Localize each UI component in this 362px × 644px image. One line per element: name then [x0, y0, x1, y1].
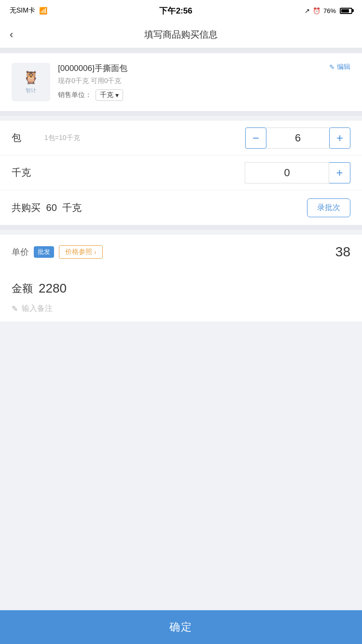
edit-icon: ✎	[329, 63, 335, 71]
total-row: 共购买 60 千克 录批次	[0, 190, 362, 225]
status-time: 下午2:56	[159, 5, 192, 16]
product-stock: 现存0千克 可用0千克	[58, 77, 350, 85]
product-unit-row: 销售单位： 千克 ▾	[58, 89, 350, 101]
price-label: 单价	[12, 246, 29, 258]
product-logo-icon: 🦉	[23, 70, 39, 85]
price-section: 单价 批发 价格参照 › 38	[0, 235, 362, 269]
batch-button[interactable]: 录批次	[307, 198, 350, 217]
unit-value: 千克	[100, 91, 113, 99]
edit-button[interactable]: ✎ 编辑	[329, 63, 350, 71]
product-info: [0000006]手撕面包 现存0千克 可用0千克 销售单位： 千克 ▾	[58, 63, 350, 101]
package-minus-button[interactable]: −	[245, 127, 266, 149]
price-badge: 批发	[34, 246, 54, 258]
total-unit: 千克	[62, 202, 82, 213]
total-prefix: 共购买	[12, 202, 41, 213]
price-ref-label: 价格参照	[65, 248, 92, 256]
status-left: 无SIM卡 📶	[10, 6, 47, 15]
confirm-button[interactable]: 确定	[0, 610, 362, 644]
amount-section: 金额 2280 ✎ 输入备注	[0, 269, 362, 322]
kg-input-right: +	[245, 162, 350, 183]
product-card: 🦉 智计 [0000006]手撕面包 现存0千克 可用0千克 销售单位： 千克 …	[0, 53, 362, 111]
package-sublabel: 1包=10千克	[44, 134, 245, 142]
unit-select[interactable]: 千克 ▾	[96, 89, 123, 101]
kg-input-row: 千克 +	[0, 155, 362, 190]
battery-percent: 76%	[323, 7, 336, 14]
kg-label: 千克	[12, 166, 41, 179]
battery-icon	[340, 8, 352, 14]
product-name: [0000006]手撕面包	[58, 63, 350, 74]
amount-row: 金额 2280	[12, 281, 350, 296]
brand-label: 智计	[26, 87, 36, 94]
package-label: 包	[12, 131, 41, 144]
package-plus-button[interactable]: +	[329, 127, 350, 149]
separator-1	[0, 48, 362, 53]
price-value: 38	[335, 244, 350, 260]
package-input[interactable]	[266, 127, 329, 149]
price-ref-button[interactable]: 价格参照 ›	[59, 245, 103, 259]
unit-label: 销售单位：	[58, 91, 92, 99]
edit-label: 编辑	[337, 63, 350, 71]
package-stepper: − +	[245, 127, 350, 149]
separator-3	[0, 225, 362, 230]
input-section: 包 1包=10千克 − + 千克 + 共购买 60 千克 录批次	[0, 121, 362, 225]
unit-dropdown-icon: ▾	[115, 91, 119, 99]
note-row[interactable]: ✎ 输入备注	[12, 304, 350, 314]
status-right: ↗ ⏰ 76%	[305, 7, 352, 14]
total-text: 共购买 60 千克	[12, 201, 82, 214]
carrier-label: 无SIM卡	[10, 6, 35, 15]
product-thumbnail: 🦉 智计	[12, 63, 50, 101]
location-icon: ↗	[305, 7, 310, 14]
status-bar: 无SIM卡 📶 下午2:56 ↗ ⏰ 76%	[0, 0, 362, 21]
note-placeholder: 输入备注	[22, 304, 53, 314]
wifi-icon: 📶	[39, 7, 47, 14]
kg-input[interactable]	[245, 162, 329, 183]
separator-2	[0, 111, 362, 116]
kg-plus-button[interactable]: +	[329, 162, 350, 183]
price-ref-arrow: ›	[94, 248, 97, 256]
amount-value: 2280	[39, 281, 67, 296]
content-spacer	[0, 322, 362, 457]
amount-label: 金额	[12, 281, 33, 296]
alarm-icon: ⏰	[313, 7, 320, 14]
back-button[interactable]: ‹	[10, 28, 13, 41]
pencil-icon: ✎	[12, 304, 18, 313]
total-amount: 60	[46, 202, 57, 213]
package-input-row: 包 1包=10千克 − +	[0, 121, 362, 155]
nav-bar: ‹ 填写商品购买信息	[0, 21, 362, 48]
page-title: 填写商品购买信息	[144, 28, 218, 41]
